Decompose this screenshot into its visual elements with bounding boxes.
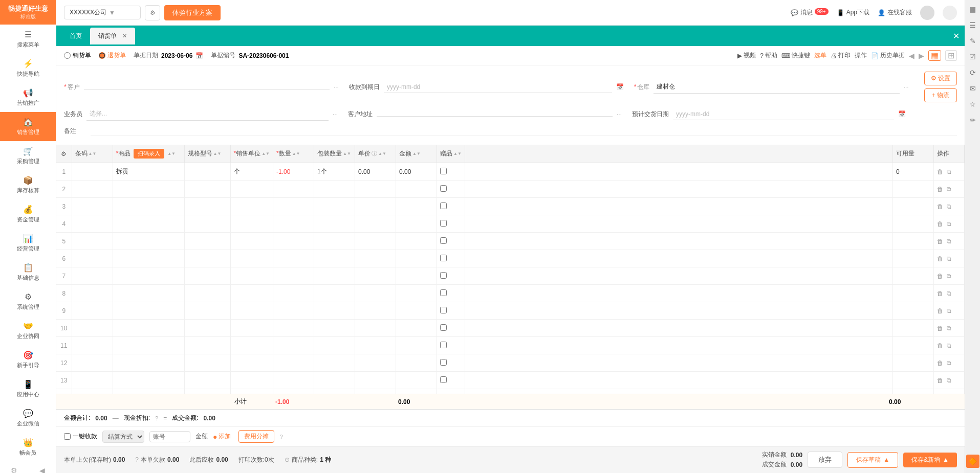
row-gift[interactable]	[437, 233, 465, 250]
sidebar-item-marketing[interactable]: 📢 营销推广	[0, 83, 56, 112]
row-qty[interactable]	[273, 215, 314, 233]
row-pkg-qty[interactable]	[314, 320, 355, 337]
sidebar-item-search[interactable]: ☰ 搜索菜单	[0, 25, 56, 54]
row-product[interactable]	[113, 267, 184, 285]
row-unit[interactable]	[230, 372, 273, 389]
customer-input[interactable]	[84, 85, 330, 89]
row-amount[interactable]	[396, 250, 437, 267]
table-view-icon[interactable]: ⊞	[945, 50, 957, 61]
row-product[interactable]	[113, 337, 184, 354]
row-unit[interactable]	[230, 354, 273, 372]
row-spec[interactable]	[184, 354, 230, 372]
row-price[interactable]	[355, 337, 396, 354]
row-spec[interactable]	[184, 337, 230, 354]
delivery-date-input[interactable]: yyyy-mm-dd	[673, 108, 894, 120]
order-type-sales-radio[interactable]: 销货单	[64, 51, 91, 60]
row-spec[interactable]	[184, 302, 230, 320]
row-gift[interactable]	[437, 302, 465, 320]
row-product[interactable]	[113, 285, 184, 302]
row-copy-icon[interactable]: ⧉	[947, 238, 951, 245]
row-qty[interactable]	[273, 354, 314, 372]
company-selector[interactable]: XXXXXX公司 ▼	[64, 6, 141, 19]
row-qty[interactable]	[273, 285, 314, 302]
row-price[interactable]	[355, 302, 396, 320]
delivery-calendar-icon[interactable]: 📅	[898, 110, 906, 118]
row-spec[interactable]	[184, 320, 230, 337]
message-button[interactable]: 💬 消息 99+	[791, 8, 829, 17]
trial-plan-button[interactable]: 体验行业方案	[164, 5, 221, 20]
one-click-payment-checkbox[interactable]: 一键收款	[64, 432, 97, 441]
tab-sales-order[interactable]: 销货单 ✕	[90, 28, 135, 44]
row-price[interactable]	[355, 198, 396, 215]
row-qty[interactable]	[273, 372, 314, 389]
row-price[interactable]	[355, 267, 396, 285]
row-barcode[interactable]	[72, 233, 113, 250]
sidebar-item-basic[interactable]: 📋 基础信息	[0, 258, 56, 287]
row-barcode[interactable]	[72, 285, 113, 302]
row-product[interactable]	[113, 354, 184, 372]
row-copy-icon[interactable]: ⧉	[947, 325, 951, 332]
row-amount[interactable]	[396, 372, 437, 389]
sidebar-item-apps[interactable]: 📱 应用中心	[0, 374, 56, 403]
sidebar-item-quick-nav[interactable]: ⚡ 快捷导航	[0, 54, 56, 83]
row-spec[interactable]	[184, 285, 230, 302]
row-unit[interactable]	[230, 181, 273, 198]
th-pkg[interactable]: 包装数量 ▲▼	[314, 145, 355, 163]
row-spec[interactable]	[184, 163, 230, 181]
right-panel-icon-4[interactable]: ☑	[966, 50, 979, 63]
next-record-icon[interactable]: ▶	[919, 52, 924, 60]
row-price[interactable]	[355, 372, 396, 389]
row-product[interactable]	[113, 372, 184, 389]
row-pkg-qty[interactable]	[314, 372, 355, 389]
row-spec[interactable]	[184, 198, 230, 215]
row-pkg-qty[interactable]	[314, 302, 355, 320]
sidebar-item-purchase[interactable]: 🛒 采购管理	[0, 141, 56, 170]
row-gift[interactable]	[437, 250, 465, 267]
th-barcode[interactable]: 条码 ▲▼	[72, 145, 113, 163]
row-barcode[interactable]	[72, 163, 113, 181]
save-new-button[interactable]: 保存&新增 ▲	[903, 453, 957, 467]
row-product[interactable]	[113, 181, 184, 198]
row-barcode[interactable]	[72, 267, 113, 285]
total-owe-icon[interactable]: ?	[135, 456, 139, 463]
sidebar-item-member[interactable]: 👑 畅会员	[0, 433, 56, 462]
row-barcode[interactable]	[72, 215, 113, 233]
row-unit[interactable]	[230, 389, 273, 394]
row-amount[interactable]	[396, 320, 437, 337]
row-copy-icon[interactable]: ⧉	[947, 168, 951, 175]
row-pkg-qty[interactable]	[314, 389, 355, 394]
row-copy-icon[interactable]: ⧉	[947, 342, 951, 349]
th-unit[interactable]: *销售单位 ▲▼	[230, 145, 273, 163]
row-unit[interactable]	[230, 215, 273, 233]
sidebar-collapse-icon[interactable]: ◀	[39, 466, 45, 473]
row-delete-icon[interactable]: 🗑	[937, 342, 943, 349]
sidebar-item-enterprise[interactable]: 🤝 企业协同	[0, 316, 56, 345]
row-delete-icon[interactable]: 🗑	[937, 255, 943, 262]
logistics-button[interactable]: + 物流	[924, 88, 957, 102]
row-copy-icon[interactable]: ⧉	[947, 220, 951, 228]
row-delete-icon[interactable]: 🗑	[937, 273, 943, 280]
settings-button[interactable]: ⚙ 设置	[924, 72, 957, 85]
grid-view-icon[interactable]: ▦	[928, 50, 941, 61]
addr-dots-icon[interactable]: ···	[617, 110, 622, 118]
salesman-input[interactable]: 选择...	[86, 107, 329, 121]
row-gift[interactable]	[437, 215, 465, 233]
row-qty[interactable]	[273, 233, 314, 250]
scan-button[interactable]: 扫码录入	[134, 149, 164, 159]
row-qty[interactable]	[273, 389, 314, 394]
th-gift[interactable]: 赠品 ▲▼	[437, 145, 465, 163]
row-delete-icon[interactable]: 🗑	[937, 203, 943, 210]
due-date-input[interactable]: yyyy-mm-dd	[384, 81, 612, 93]
row-pkg-qty[interactable]	[314, 267, 355, 285]
settlement-select[interactable]: 结算方式	[102, 431, 144, 443]
row-spec[interactable]	[184, 372, 230, 389]
user-avatar[interactable]	[920, 6, 934, 20]
row-qty[interactable]	[273, 250, 314, 267]
th-product[interactable]: *商品 扫码录入 ▲▼	[113, 145, 184, 163]
right-panel-icon-5[interactable]: ⟳	[966, 66, 979, 79]
sidebar-item-finance[interactable]: 💰 资金管理	[0, 199, 56, 229]
row-price[interactable]: 0.00	[355, 163, 396, 181]
save-draft-button[interactable]: 保存草稿 ▲	[847, 452, 898, 468]
row-spec[interactable]	[184, 233, 230, 250]
row-unit[interactable]	[230, 267, 273, 285]
